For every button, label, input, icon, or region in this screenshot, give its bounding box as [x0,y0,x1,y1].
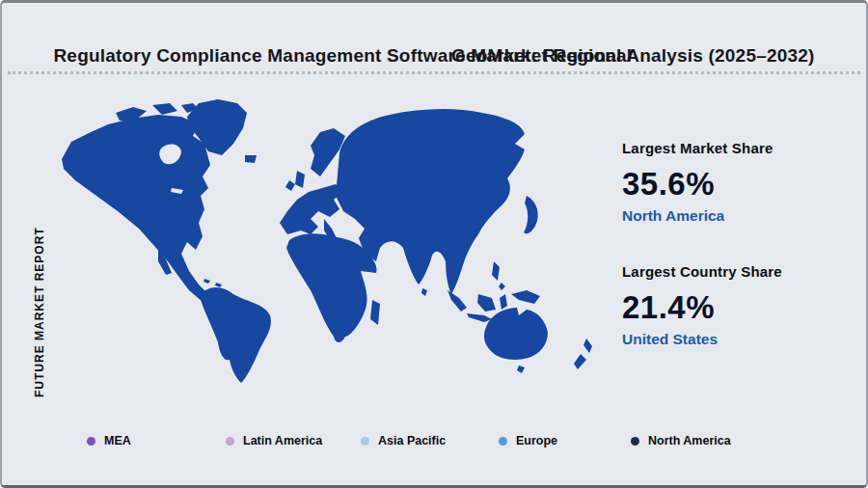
legend-dot-icon [87,437,95,446]
legend-label: Europe [516,434,557,447]
stat-label: Largest Market Share [622,140,858,156]
legend-dot-icon [499,437,507,446]
world-map [58,95,606,398]
legend-dot-icon [361,437,369,446]
page-title-overlay: GeoMarket Regional [451,45,632,67]
page-title: Regulatory Compliance Management Softwar… [2,45,866,67]
stat-value: 21.4% [622,289,858,326]
title-area: Regulatory Compliance Management Softwar… [2,45,866,70]
region-legend: MEA Latin America Asia Pacific Europe No… [87,434,791,451]
legend-item-europe: Europe [499,434,557,447]
legend-item-mea: MEA [87,434,131,447]
legend-label: Latin America [243,434,322,447]
legend-dot-icon [226,437,234,446]
stat-region: North America [622,207,858,225]
title-separator [8,71,860,74]
stat-region: United States [622,331,858,348]
legend-item-asia-pacific: Asia Pacific [361,434,446,447]
stat-label: Largest Country Share [622,263,858,280]
legend-label: MEA [104,434,131,447]
legend-item-north-america: North America [631,434,731,447]
legend-item-latin-america: Latin America [226,434,322,447]
landmasses [62,99,592,383]
legend-dot-icon [631,437,639,446]
legend-label: Asia Pacific [378,434,446,447]
infographic-frame: Regulatory Compliance Management Softwar… [0,0,868,488]
brand-watermark: FUTURE MARKET REPORT [33,225,46,400]
legend-label: North America [648,434,731,447]
stat-value: 35.6% [622,166,858,203]
largest-country-share-block: Largest Country Share 21.4% United State… [622,263,858,348]
stats-panel: Largest Market Share 35.6% North America… [622,140,858,348]
largest-market-share-block: Largest Market Share 35.6% North America [622,140,858,225]
